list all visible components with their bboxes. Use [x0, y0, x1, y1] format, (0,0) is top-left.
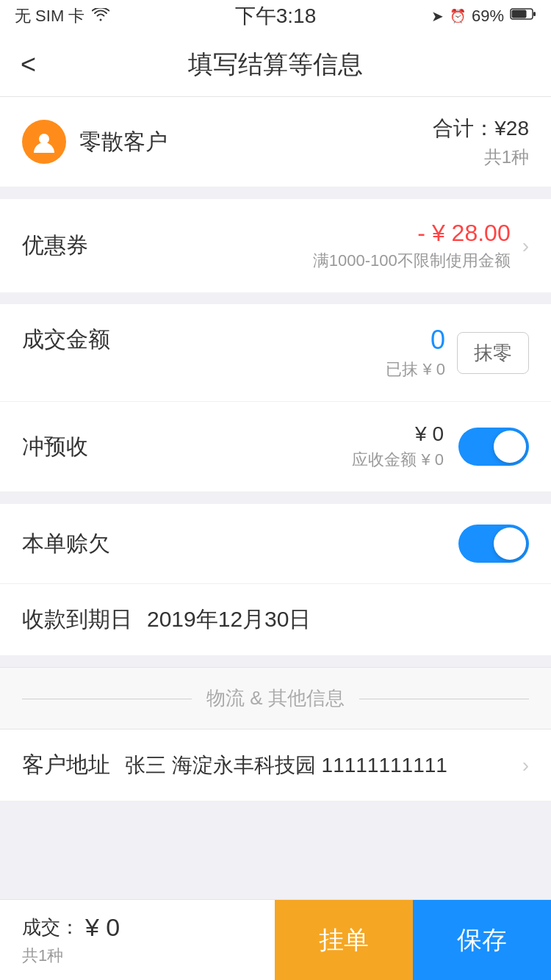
coupon-right: - ¥ 28.00 满1000-100不限制使用金额 ›	[88, 220, 529, 272]
wifi-icon	[92, 7, 109, 26]
coupon-amount: - ¥ 28.00	[313, 220, 511, 247]
precollect-main-amount: ¥ 0	[352, 422, 444, 446]
logistics-section: 物流 & 其他信息	[0, 667, 551, 729]
carrier-label: 无 SIM 卡	[15, 5, 84, 27]
precollect-row: 冲预收 ¥ 0 应收金额 ¥ 0	[0, 402, 551, 492]
precollect-amounts: ¥ 0 应收金额 ¥ 0	[352, 422, 444, 471]
divider-3	[0, 492, 551, 504]
debit-toggle[interactable]	[458, 525, 529, 563]
footer-deal: 成交： ¥ 0	[22, 913, 253, 942]
address-row[interactable]: 客户地址 张三 海淀永丰科技园 11111111111 ›	[0, 729, 551, 801]
customer-avatar	[22, 120, 66, 164]
precollect-toggle[interactable]	[458, 428, 529, 466]
battery-icon	[510, 7, 536, 26]
address-value: 张三 海淀永丰科技园 11111111111	[125, 752, 508, 779]
divider-2	[0, 292, 551, 304]
coupon-section: 优惠券 - ¥ 28.00 满1000-100不限制使用金额 ›	[0, 199, 551, 292]
coupon-chevron-icon: ›	[522, 234, 529, 258]
status-bar: 无 SIM 卡 下午3:18 ➤ ⏰ 69%	[0, 0, 551, 32]
due-date-value: 2019年12月30日	[147, 605, 311, 635]
precollect-right: ¥ 0 应收金额 ¥ 0	[352, 422, 529, 471]
divider-1	[0, 187, 551, 199]
svg-rect-1	[512, 10, 527, 18]
due-date-label: 收款到期日	[22, 605, 132, 635]
transaction-row: 成交金额 0 已抹 ¥ 0 抹零	[0, 304, 551, 402]
due-date-row: 收款到期日 2019年12月30日	[0, 584, 551, 655]
precollect-sub-amount: 应收金额 ¥ 0	[352, 449, 444, 471]
transaction-sub: 已抹 ¥ 0	[386, 359, 445, 381]
pending-button[interactable]: 挂单	[275, 900, 413, 980]
footer-info: 成交： ¥ 0 共1种	[0, 913, 275, 967]
status-right: ➤ ⏰ 69%	[431, 7, 536, 26]
alarm-icon: ⏰	[450, 8, 466, 24]
debit-label: 本单赊欠	[22, 529, 110, 559]
status-time: 下午3:18	[235, 2, 317, 30]
battery-label: 69%	[472, 7, 504, 26]
address-chevron-icon: ›	[522, 754, 529, 777]
coupon-value: - ¥ 28.00 满1000-100不限制使用金额	[313, 220, 511, 272]
debit-row: 本单赊欠	[0, 504, 551, 584]
footer: 成交： ¥ 0 共1种 挂单 保存	[0, 899, 551, 980]
logistics-label: 物流 & 其他信息	[192, 685, 359, 711]
svg-point-3	[39, 134, 49, 144]
transaction-label: 成交金额	[22, 325, 110, 355]
status-left: 无 SIM 卡	[15, 5, 109, 27]
customer-name: 零散客户	[79, 127, 168, 157]
location-icon: ➤	[431, 7, 444, 25]
divider-4	[0, 655, 551, 667]
transaction-right: 0 已抹 ¥ 0 抹零	[386, 325, 529, 381]
transaction-value: 0	[386, 325, 445, 356]
precollect-label: 冲预收	[22, 432, 88, 462]
save-button[interactable]: 保存	[413, 900, 551, 980]
customer-right: 合计：¥28 共1种	[433, 115, 529, 169]
amount-display: 0 已抹 ¥ 0	[386, 325, 445, 381]
customer-left: 零散客户	[22, 120, 168, 164]
svg-rect-2	[533, 12, 536, 16]
nav-bar: < 填写结算等信息	[0, 32, 551, 97]
transaction-section: 成交金额 0 已抹 ¥ 0 抹零 冲预收 ¥ 0 应收金额 ¥ 0	[0, 304, 551, 492]
page-title: 填写结算等信息	[188, 48, 363, 82]
total-count: 共1种	[433, 145, 529, 169]
back-button[interactable]: <	[21, 49, 36, 80]
footer-count: 共1种	[22, 945, 253, 967]
customer-row: 零散客户 合计：¥28 共1种	[0, 97, 551, 187]
footer-deal-amount: ¥ 0	[85, 913, 120, 942]
coupon-desc: 满1000-100不限制使用金额	[313, 250, 511, 272]
footer-deal-label: 成交：	[22, 915, 79, 940]
address-label: 客户地址	[22, 750, 110, 780]
total-amount: 合计：¥28	[433, 115, 529, 143]
debit-section: 本单赊欠 收款到期日 2019年12月30日	[0, 504, 551, 655]
address-section: 客户地址 张三 海淀永丰科技园 11111111111 ›	[0, 729, 551, 801]
round-button[interactable]: 抹零	[457, 332, 529, 374]
coupon-label: 优惠券	[22, 231, 88, 261]
coupon-row[interactable]: 优惠券 - ¥ 28.00 满1000-100不限制使用金额 ›	[0, 199, 551, 292]
precollect-toggle-knob	[494, 430, 526, 463]
debit-toggle-knob	[494, 527, 526, 560]
